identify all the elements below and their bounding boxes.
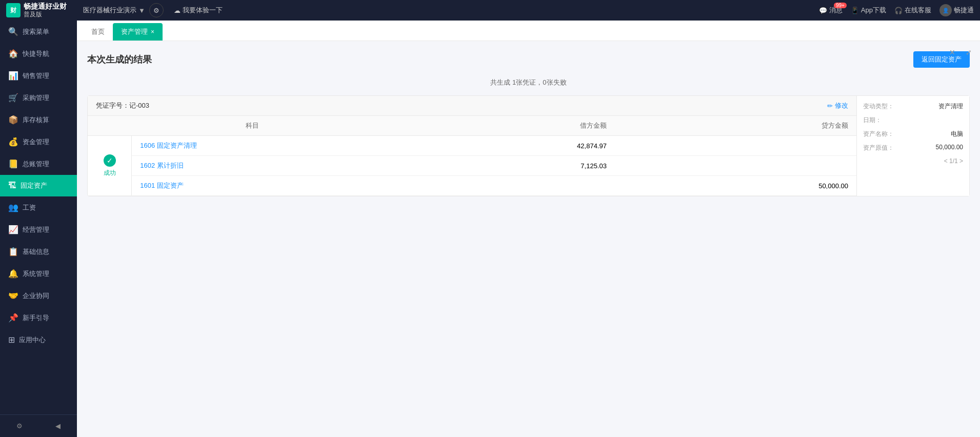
basic-info-icon: 📋	[8, 247, 18, 256]
voucher-table: 科目 借方金额 贷方金额	[88, 116, 856, 196]
subject-link[interactable]: 1602 累计折旧	[140, 162, 184, 169]
sidebar-item-label: 应用中心	[19, 335, 46, 345]
phone-icon: 📱	[851, 7, 859, 14]
pagination[interactable]: < 1/1 >	[863, 157, 963, 165]
message-icon: 💬	[819, 7, 827, 14]
sidebar-item-fixed-assets[interactable]: 🏗 固定资产	[0, 175, 77, 196]
change-type-row: 变动类型： 资产清理	[863, 102, 963, 111]
col-header-credit: 贷方金额	[615, 116, 856, 136]
cloud-icon: ☁	[174, 7, 181, 14]
tab-close-icon[interactable]: ×	[151, 28, 154, 35]
credit-cell	[615, 136, 856, 156]
sidebar-item-search[interactable]: 🔍 搜索菜单	[0, 21, 77, 43]
sidebar-item-label: 采购管理	[23, 93, 49, 103]
sidebar: 🔍 搜索菜单 🏠 快捷导航 📊 销售管理 🛒 采购管理 📦 库存核算 💰 资金管…	[0, 21, 77, 437]
user-menu[interactable]: 👤 畅捷通	[939, 4, 974, 16]
sidebar-item-ledger[interactable]: 📒 总账管理	[0, 153, 77, 175]
logo-icon: 财	[6, 3, 21, 17]
sidebar-item-quick-nav[interactable]: 🏠 快捷导航	[0, 43, 77, 65]
page-content: ✕ ⤢ 本次生成的结果 返回固定资产 共生成 1张凭证，0张失败 凭证字号：记-…	[77, 41, 980, 437]
result-summary: 共生成 1张凭证，0张失败	[87, 78, 970, 87]
credit-cell	[615, 156, 856, 176]
messages-button[interactable]: 💬 消息 99+	[819, 6, 843, 15]
content-area: 首页 资产管理 × ✕ ⤢ 本次生成的结果 返回固定资产 共生成 1张凭证，0张…	[77, 21, 980, 437]
sidebar-item-payroll[interactable]: 👥 工资	[0, 196, 77, 218]
search-icon: 🔍	[8, 27, 18, 36]
company-selector[interactable]: 医疗器械行业演示 ▼	[83, 6, 145, 15]
tab-asset-management[interactable]: 资产管理 ×	[113, 23, 163, 41]
voucher-table-main: 凭证字号：记-003 ✏ 修改 科目	[88, 96, 856, 196]
cooperation-icon: 🤝	[8, 291, 18, 301]
modal-controls: ✕ ⤢	[946, 46, 975, 58]
app-download-button[interactable]: 📱 App下载	[851, 6, 886, 15]
sidebar-item-label: 企业协同	[23, 291, 49, 301]
success-indicator: ✓ 成功	[96, 154, 123, 177]
page-header: 本次生成的结果 返回固定资产	[87, 51, 970, 68]
operations-icon: 📈	[8, 225, 18, 234]
ledger-icon: 📒	[8, 159, 18, 169]
edit-voucher-button[interactable]: ✏ 修改	[827, 101, 848, 110]
sidebar-item-label: 搜索菜单	[23, 27, 49, 36]
sidebar-item-label: 总账管理	[23, 160, 49, 169]
table-row: 1602 累计折旧 7,125.03	[88, 156, 856, 176]
finance-icon: 💰	[8, 137, 18, 147]
company-dropdown-icon: ▼	[138, 7, 145, 14]
modal-expand-button[interactable]: ⤢	[963, 46, 975, 58]
change-type-label: 变动类型：	[863, 102, 894, 111]
main-layout: 🔍 搜索菜单 🏠 快捷导航 📊 销售管理 🛒 采购管理 📦 库存核算 💰 资金管…	[0, 21, 980, 437]
credit-cell: 50,000.00	[615, 176, 856, 196]
sidebar-item-sales[interactable]: 📊 销售管理	[0, 65, 77, 87]
subject-cell: 1601 固定资产	[132, 176, 373, 196]
online-service-button[interactable]: 🎧 在线客服	[894, 6, 931, 15]
date-row: 日期：	[863, 116, 963, 125]
voucher-card: 凭证字号：记-003 ✏ 修改 科目	[87, 95, 970, 196]
sidebar-item-label: 固定资产	[21, 181, 47, 190]
sidebar-item-cooperation[interactable]: 🤝 企业协同	[0, 285, 77, 307]
app-center-icon: ⊞	[8, 335, 15, 345]
avatar: 👤	[939, 4, 952, 16]
sidebar-item-inventory[interactable]: 📦 库存核算	[0, 109, 77, 131]
change-type-value: 资产清理	[938, 102, 963, 111]
voucher-number: 凭证字号：记-003	[96, 101, 149, 110]
settings-footer-button[interactable]: ⚙	[0, 419, 38, 433]
col-header-debit: 借方金额	[373, 116, 615, 136]
company-name[interactable]: 医疗器械行业演示	[83, 6, 136, 15]
sidebar-item-finance[interactable]: 💰 资金管理	[0, 131, 77, 153]
asset-original-row: 资产原值： 50,000.00	[863, 144, 963, 152]
debit-cell: 7,125.03	[373, 156, 615, 176]
purchase-icon: 🛒	[8, 93, 18, 103]
subject-link[interactable]: 1606 固定资产清理	[140, 142, 197, 149]
asset-name-row: 资产名称： 电脑	[863, 130, 963, 138]
col-header-subject: 科目	[132, 116, 373, 136]
asset-original-value: 50,000.00	[936, 144, 963, 152]
asset-original-label: 资产原值：	[863, 144, 894, 152]
table-row: 1601 固定资产 50,000.00	[88, 176, 856, 196]
sidebar-item-label: 新手引导	[23, 313, 49, 323]
collapse-sidebar-button[interactable]: ◀	[38, 419, 77, 433]
app-logo: 财 畅捷通好业财 普及版	[6, 2, 83, 18]
topbar-right: 💬 消息 99+ 📱 App下载 🎧 在线客服 👤 畅捷通	[819, 4, 974, 16]
sidebar-item-system[interactable]: 🔔 系统管理	[0, 263, 77, 285]
home-icon: 🏠	[8, 49, 18, 58]
sidebar-item-purchase[interactable]: 🛒 采购管理	[0, 87, 77, 109]
sidebar-item-guide[interactable]: 📌 新手引导	[0, 307, 77, 329]
guide-icon: 📌	[8, 313, 18, 323]
tab-home[interactable]: 首页	[83, 23, 113, 41]
messages-badge: 99+	[834, 3, 847, 8]
topbar: 财 畅捷通好业财 普及版 医疗器械行业演示 ▼ ⚙ ☁ 我要体验一下 💬 消息 …	[0, 0, 980, 21]
sidebar-item-label: 经营管理	[23, 225, 49, 234]
sidebar-item-label: 工资	[23, 203, 36, 212]
sidebar-footer: ⚙ ◀	[0, 414, 77, 437]
sidebar-item-operations[interactable]: 📈 经营管理	[0, 218, 77, 241]
sidebar-item-basic-info[interactable]: 📋 基础信息	[0, 241, 77, 263]
success-label: 成功	[104, 169, 116, 177]
sidebar-item-app-center[interactable]: ⊞ 应用中心	[0, 329, 77, 351]
settings-icon[interactable]: ⚙	[149, 3, 164, 17]
system-icon: 🔔	[8, 269, 18, 279]
modal-close-button[interactable]: ✕	[946, 46, 958, 58]
check-circle-icon: ✓	[104, 154, 116, 167]
payroll-icon: 👥	[8, 203, 18, 212]
experience-button[interactable]: ☁ 我要体验一下	[174, 6, 223, 15]
subject-link[interactable]: 1601 固定资产	[140, 182, 184, 189]
sidebar-item-label: 快捷导航	[23, 49, 49, 58]
